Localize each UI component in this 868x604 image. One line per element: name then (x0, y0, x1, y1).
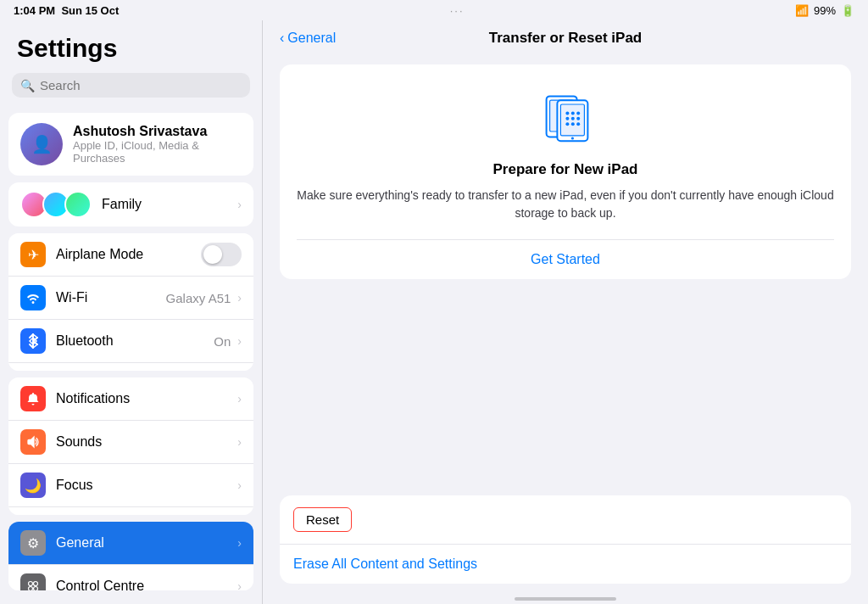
svg-point-6 (29, 587, 33, 590)
svg-point-13 (565, 111, 569, 115)
status-center-dots: ··· (450, 4, 465, 17)
wifi-chevron: › (237, 291, 242, 305)
sounds-icon (20, 429, 46, 455)
system-section: ⚙ General › Control Centre › (8, 522, 253, 590)
erase-button[interactable]: Erase All Content and Settings (293, 556, 477, 571)
general-icon: ⚙ (20, 530, 46, 556)
focus-icon: 🌙 (20, 473, 46, 498)
erase-row: Erase All Content and Settings (280, 545, 851, 584)
svg-point-18 (576, 117, 580, 120)
profile-sub: Apple ID, iCloud, Media & Purchases (73, 139, 242, 165)
family-avatars (20, 191, 92, 218)
sidebar-item-general[interactable]: ⚙ General › (8, 522, 253, 565)
general-chevron: › (237, 536, 242, 550)
home-bar (515, 597, 616, 601)
family-avatar-3 (64, 191, 92, 218)
svg-point-14 (571, 111, 575, 115)
chevron-icon: › (237, 198, 242, 211)
content-header: ‹ General Transfer or Reset iPad (263, 20, 868, 56)
sidebar-title: Settings (0, 20, 262, 70)
sounds-label: Sounds (56, 434, 234, 450)
sounds-chevron: › (237, 435, 242, 449)
notifications-chevron: › (237, 392, 242, 405)
main-layout: Settings 🔍 👤 Ashutosh Srivastava Apple I… (0, 20, 868, 604)
bluetooth-value: On (214, 334, 231, 349)
sidebar-item-focus[interactable]: 🌙 Focus › (8, 464, 253, 507)
prepare-description: Make sure everything's ready to transfer… (297, 187, 834, 222)
notifications-label: Notifications (56, 391, 234, 406)
sidebar: Settings 🔍 👤 Ashutosh Srivastava Apple I… (0, 20, 263, 604)
svg-point-16 (565, 117, 569, 120)
sidebar-item-airplane[interactable]: ✈ Airplane Mode (8, 233, 253, 277)
focus-label: Focus (56, 478, 234, 493)
reset-card: Reset Erase All Content and Settings (280, 495, 851, 584)
svg-point-4 (29, 582, 33, 586)
airplane-icon: ✈ (20, 242, 46, 267)
search-icon: 🔍 (20, 79, 35, 92)
profile-section[interactable]: 👤 Ashutosh Srivastava Apple ID, iCloud, … (8, 113, 253, 176)
sidebar-item-vpn[interactable]: VPN (8, 363, 253, 371)
reset-button[interactable]: Reset (293, 507, 352, 532)
profile-name: Ashutosh Srivastava (73, 124, 242, 139)
svg-point-5 (34, 582, 38, 586)
svg-point-21 (576, 122, 580, 126)
controlcentre-icon (20, 573, 46, 590)
family-section[interactable]: Family › (8, 182, 253, 226)
controlcentre-label: Control Centre (56, 579, 234, 590)
wifi-icon: 📶 (795, 4, 809, 17)
wifi-label: Wi-Fi (56, 290, 166, 305)
avatar: 👤 (20, 123, 63, 165)
wifi-value: Galaxy A51 (166, 291, 231, 305)
back-chevron-icon: ‹ (280, 31, 284, 46)
get-started-button[interactable]: Get Started (297, 240, 834, 279)
content-spacer (280, 293, 851, 482)
sidebar-item-wifi[interactable]: Wi-Fi Galaxy A51 › (8, 277, 253, 320)
airplane-toggle[interactable] (201, 243, 242, 266)
prepare-heading: Prepare for New iPad (297, 161, 834, 178)
status-time-date: 1:04 PM Sun 15 Oct (14, 4, 119, 17)
battery-icon: 🔋 (841, 4, 854, 17)
svg-point-20 (571, 122, 575, 126)
content-body: Prepare for New iPad Make sure everythin… (263, 56, 868, 592)
back-button[interactable]: ‹ General (280, 31, 336, 46)
focus-chevron: › (237, 478, 242, 492)
sidebar-item-bluetooth[interactable]: Bluetooth On › (8, 320, 253, 363)
search-input[interactable] (40, 78, 242, 92)
svg-point-17 (571, 117, 575, 120)
connectivity-section: ✈ Airplane Mode Wi-Fi Galaxy A51 › (8, 233, 253, 371)
family-label: Family (102, 197, 234, 212)
svg-point-19 (565, 122, 569, 126)
wifi-settings-icon (20, 285, 46, 310)
controlcentre-chevron: › (237, 579, 242, 590)
app-settings-section: Notifications › Sounds › 🌙 Focus › (8, 378, 253, 515)
status-bar: 1:04 PM Sun 15 Oct ··· 📶 99% 🔋 (0, 0, 868, 20)
svg-point-22 (571, 137, 574, 139)
search-bar[interactable]: 🔍 (12, 73, 250, 98)
svg-point-15 (576, 111, 580, 115)
home-indicator (263, 592, 868, 604)
ipad-transfer-icon (297, 88, 834, 148)
prepare-card: Prepare for New iPad Make sure everythin… (280, 64, 851, 279)
sidebar-item-screentime[interactable]: Screen Time › (8, 507, 253, 515)
sidebar-item-controlcentre[interactable]: Control Centre › (8, 565, 253, 590)
bluetooth-chevron: › (237, 334, 242, 348)
bluetooth-label: Bluetooth (56, 333, 214, 349)
notifications-icon (20, 386, 46, 411)
status-indicators: 📶 99% 🔋 (795, 4, 854, 17)
battery-label: 99% (814, 4, 836, 17)
bluetooth-icon (20, 328, 46, 354)
back-label[interactable]: General (287, 31, 336, 46)
profile-info: Ashutosh Srivastava Apple ID, iCloud, Me… (73, 124, 242, 165)
sidebar-item-sounds[interactable]: Sounds › (8, 421, 253, 464)
general-label: General (56, 535, 234, 551)
sidebar-item-notifications[interactable]: Notifications › (8, 378, 253, 421)
reset-row: Reset (280, 495, 851, 545)
airplane-label: Airplane Mode (56, 247, 201, 262)
svg-point-7 (34, 587, 38, 590)
content-area: ‹ General Transfer or Reset iPad (263, 20, 868, 604)
page-title: Transfer or Reset iPad (489, 30, 642, 47)
